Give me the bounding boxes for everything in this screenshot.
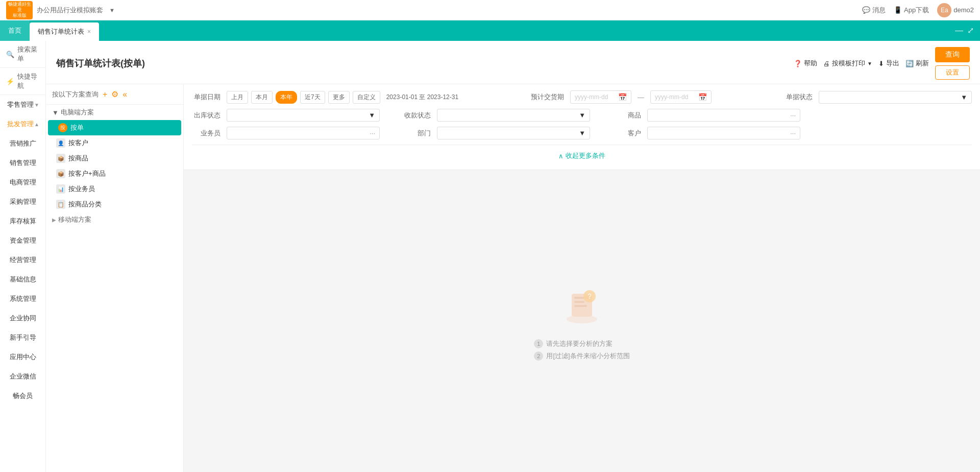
message-btn[interactable]: 💬 消息 bbox=[862, 6, 886, 15]
tab-home[interactable]: 首页 bbox=[0, 20, 30, 41]
tree-item-by-customer-product[interactable]: 📦 按客户+商品 bbox=[46, 166, 183, 181]
customer-select[interactable]: ··· bbox=[647, 127, 800, 139]
help-btn[interactable]: ❓ 帮助 bbox=[794, 59, 817, 68]
department-select[interactable]: ▼ bbox=[437, 127, 590, 139]
add-scheme-icon[interactable]: + bbox=[103, 90, 107, 99]
date-btn-7days[interactable]: 近7天 bbox=[300, 91, 325, 104]
customer-label: 客户 bbox=[612, 129, 641, 138]
hint-item-1: 1 请先选择要分析的方案 bbox=[534, 339, 629, 348]
status-dropdown-icon: ▼ bbox=[961, 93, 967, 101]
tree-item-by-product[interactable]: 📦 按商品 bbox=[46, 151, 183, 166]
hint-num-1: 1 bbox=[534, 339, 543, 348]
nav-tab-actions: — ⤢ bbox=[955, 27, 980, 35]
tree-item-icon-order: 按 bbox=[58, 123, 67, 132]
date-btn-this-year[interactable]: 本年 bbox=[276, 91, 297, 104]
tree-item-icon-category: 📋 bbox=[56, 200, 65, 209]
app-download-btn[interactable]: 📱 App下载 bbox=[894, 6, 929, 15]
maximize-icon[interactable]: ⤢ bbox=[967, 27, 974, 35]
query-btns: 查询 设置 bbox=[935, 47, 970, 80]
product-select[interactable]: ··· bbox=[647, 109, 800, 122]
sidebar-item-basic-info[interactable]: 基础信息 bbox=[0, 270, 45, 289]
sidebar-item-marketing[interactable]: 营销推广 bbox=[0, 134, 45, 153]
sidebar-item-ecommerce[interactable]: 电商管理 bbox=[0, 173, 45, 192]
collapse-filter-icon: ∧ bbox=[558, 152, 564, 160]
query-button[interactable]: 查询 bbox=[935, 47, 970, 62]
payment-label: 收款状态 bbox=[402, 111, 431, 120]
payment-dropdown-icon: ▼ bbox=[579, 111, 585, 119]
sidebar-item-inventory[interactable]: 库存核算 bbox=[0, 211, 45, 231]
collapse-filter-btn[interactable]: ∧ 收起更多条件 bbox=[192, 148, 972, 163]
refresh-btn[interactable]: 🔄 刷新 bbox=[905, 59, 929, 68]
main-layout: 🔍 搜索菜单 ⚡ 快捷导航 零售管理 ▼ 批发管理 ▲ 营销推广 销售管理 电商… bbox=[0, 41, 980, 472]
sidebar-item-new-guide[interactable]: 新手引导 bbox=[0, 328, 45, 347]
tree-item-by-order[interactable]: 按 按单 bbox=[48, 120, 181, 135]
filter-row-other: 业务员 ··· 部门 ▼ 客户 bbox=[192, 127, 972, 139]
export-btn[interactable]: ⬇ 导出 bbox=[878, 59, 899, 68]
sidebar-item-system[interactable]: 系统管理 bbox=[0, 289, 45, 309]
app-title-dropdown[interactable]: ▼ bbox=[109, 7, 115, 13]
tab-sales-stats[interactable]: 销售订单统计表 × bbox=[30, 22, 99, 41]
right-panel: 单据日期 上月 本月 本年 近7天 更多 自定义 2023-01-01 至 20… bbox=[184, 84, 980, 472]
mobile-group[interactable]: ▶ 移动端方案 bbox=[46, 212, 183, 227]
date-btn-more[interactable]: 更多 bbox=[328, 91, 350, 104]
sidebar-quick-nav[interactable]: ⚡ 快捷导航 bbox=[0, 68, 45, 95]
date-btn-last-month[interactable]: 上月 bbox=[227, 91, 248, 104]
tab-close-icon[interactable]: × bbox=[87, 28, 91, 35]
user-menu[interactable]: Ea demo2 bbox=[937, 3, 974, 17]
print-btn[interactable]: 🖨 按模板打印 ▼ bbox=[823, 59, 872, 68]
delivery-dropdown-icon: ▼ bbox=[369, 111, 375, 119]
tree-item-by-customer[interactable]: 👤 按客户 bbox=[46, 135, 183, 151]
empty-icon: ? bbox=[556, 278, 607, 331]
tree-item-by-category[interactable]: 📋 按商品分类 bbox=[46, 197, 183, 212]
hint-num-2: 2 bbox=[534, 351, 543, 361]
settings-scheme-icon[interactable]: ⚙ bbox=[111, 89, 118, 99]
delivery-label: 出库状态 bbox=[192, 111, 220, 120]
mobile-group-arrow: ▶ bbox=[52, 217, 56, 223]
product-label: 商品 bbox=[612, 111, 641, 120]
product-dots: ··· bbox=[790, 111, 796, 119]
sidebar-item-wechat[interactable]: 企业微信 bbox=[0, 367, 45, 386]
date-btn-custom[interactable]: 自定义 bbox=[353, 91, 380, 104]
print-dropdown-icon: ▼ bbox=[867, 61, 872, 66]
payment-select[interactable]: ▼ bbox=[437, 109, 590, 122]
date-btn-this-month[interactable]: 本月 bbox=[251, 91, 273, 104]
minimize-icon[interactable]: — bbox=[955, 27, 963, 35]
sidebar-item-operations[interactable]: 经营管理 bbox=[0, 250, 45, 270]
sidebar-item-purchase[interactable]: 采购管理 bbox=[0, 192, 45, 211]
sidebar-item-finance[interactable]: 资金管理 bbox=[0, 231, 45, 250]
hint-list: 1 请先选择要分析的方案 2 用[过滤]条件来缩小分析范围 bbox=[534, 339, 629, 364]
sidebar-item-wholesale[interactable]: 批发管理 ▲ bbox=[0, 114, 45, 134]
status-label: 单据状态 bbox=[784, 92, 813, 102]
sidebar-item-member[interactable]: 畅会员 bbox=[0, 386, 45, 406]
nav-tabs: 首页 销售订单统计表 × — ⤢ bbox=[0, 20, 980, 41]
expected-date-label: 预计交货期 bbox=[531, 92, 564, 102]
salesperson-select[interactable]: ··· bbox=[227, 127, 380, 139]
tree-item-icon-customer: 👤 bbox=[56, 138, 65, 148]
salesperson-dots: ··· bbox=[370, 129, 375, 137]
message-icon: 💬 bbox=[862, 6, 870, 14]
setting-button[interactable]: 设置 bbox=[935, 65, 970, 80]
sidebar-item-app-center[interactable]: 应用中心 bbox=[0, 347, 45, 367]
tree-item-by-salesperson[interactable]: 📊 按业务员 bbox=[46, 181, 183, 197]
expected-date-from[interactable]: yyyy-mm-dd 📅 bbox=[570, 90, 631, 104]
app-title: 办公用品行业模拟账套 bbox=[37, 6, 103, 15]
search-icon: 🔍 bbox=[6, 51, 14, 58]
sidebar-search[interactable]: 🔍 搜索菜单 bbox=[0, 41, 45, 68]
left-panel: 按以下方案查询 + ⚙ « ▼ 电脑端方案 按 按单 👤 按客户 bbox=[46, 84, 184, 472]
collapse-panel-icon[interactable]: « bbox=[122, 90, 127, 99]
status-select[interactable]: ▼ bbox=[819, 91, 972, 104]
sidebar-item-sales[interactable]: 销售管理 bbox=[0, 153, 45, 173]
date-separator: — bbox=[638, 93, 644, 101]
sidebar-item-retail[interactable]: 零售管理 ▼ bbox=[0, 95, 45, 114]
refresh-icon: 🔄 bbox=[905, 60, 914, 67]
date-range-text: 2023-01-01 至 2023-12-31 bbox=[386, 93, 458, 102]
content-area: 销售订单统计表(按单) ❓ 帮助 🖨 按模板打印 ▼ ⬇ 导出 🔄 刷新 bbox=[46, 41, 980, 472]
top-bar-left: 畅捷通好生意 标准版 办公用品行业模拟账套 ▼ bbox=[6, 1, 115, 19]
salesperson-label: 业务员 bbox=[192, 129, 220, 138]
sidebar-item-enterprise[interactable]: 企业协同 bbox=[0, 309, 45, 328]
filter-area: 单据日期 上月 本月 本年 近7天 更多 自定义 2023-01-01 至 20… bbox=[184, 84, 980, 170]
expected-date-to[interactable]: yyyy-mm-dd 📅 bbox=[650, 90, 712, 104]
delivery-select[interactable]: ▼ bbox=[227, 109, 380, 122]
left-panel-title: 按以下方案查询 bbox=[52, 90, 99, 99]
svg-text:?: ? bbox=[587, 292, 592, 300]
